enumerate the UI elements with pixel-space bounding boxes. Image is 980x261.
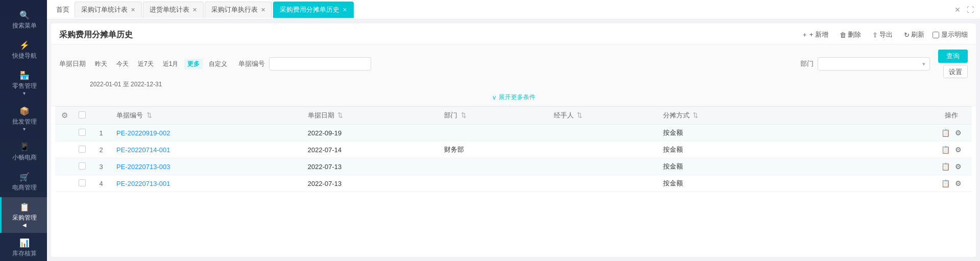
col-docno-header: 单据编号 ⇅ [111, 107, 303, 125]
row-more-btn[interactable]: ⚙ [953, 129, 963, 137]
row-docno: PE-20220919-002 [111, 125, 303, 141]
package-icon: 📦 [19, 106, 30, 116]
tab-purchase-cost[interactable]: 采购费用分摊单历史 ✕ [273, 2, 354, 18]
tab-home[interactable]: 首页 [52, 2, 74, 18]
sidebar-item-label: 批发管理 [12, 117, 37, 126]
row-docno: PE-20220713-003 [111, 158, 303, 175]
docno-filter-group: 单据编号 [238, 57, 371, 70]
shortcut-today[interactable]: 今天 [113, 59, 132, 69]
row-ops: 📋 ⚙ [931, 158, 972, 175]
tab-bar: 首页 采购订单统计表 ✕ 进货单统计表 ✕ 采购订单执行表 ✕ 采购费用分摊单历… [47, 0, 980, 19]
row-more-btn[interactable]: ⚙ [953, 179, 963, 187]
close-tab-action[interactable]: ✕ [953, 5, 962, 15]
filter-area: 单据日期 昨天 今天 近7天 近1月 更多 自定义 单据编号 [51, 44, 976, 106]
chevron-down-icon: ∨ [492, 94, 497, 101]
delete-button[interactable]: 🗑 删除 [837, 29, 864, 41]
row-more-btn[interactable]: ⚙ [953, 146, 963, 154]
row-index: 1 [91, 125, 111, 141]
expand-more-btn[interactable]: ∨ 展开更多条件 [59, 92, 968, 103]
select-all-checkbox[interactable] [79, 111, 86, 118]
tab-home-label: 首页 [56, 5, 69, 14]
date-sort-icon[interactable]: ⇅ [337, 111, 343, 119]
row-settings [55, 125, 74, 141]
page-area: 采购费用分摊单历史 ＋ + 新增 🗑 删除 ⇧ 导出 ↻ 刷新 [51, 23, 976, 257]
sidebar-item-ecom-mgr[interactable]: 🛒 电商管理 [0, 167, 47, 197]
toggle-columns-label[interactable]: 显示明细 [933, 30, 968, 39]
tab-purchase-cost-close[interactable]: ✕ [342, 7, 347, 13]
handler-sort-icon[interactable]: ⇅ [577, 111, 582, 119]
row-split-method: 按金额 [658, 141, 931, 158]
row-docno-link[interactable]: PE-20220713-003 [116, 163, 170, 171]
row-split-method: 按金额 [658, 158, 931, 175]
row-ops: 📋 ⚙ [931, 141, 972, 158]
sidebar-item-label: 快捷导航 [12, 52, 37, 60]
row-checkbox-cell [74, 141, 91, 158]
row-docno-link[interactable]: PE-20220714-001 [116, 146, 170, 154]
maximize-tab-action[interactable]: ⛶ [966, 5, 975, 15]
row-split-method: 按金额 [658, 175, 931, 192]
date-filter-group: 单据日期 昨天 今天 近7天 近1月 更多 自定义 [59, 59, 230, 69]
shortcut-custom[interactable]: 自定义 [206, 59, 230, 69]
row-docno-link[interactable]: PE-20220919-002 [116, 129, 170, 137]
row-edit-btn[interactable]: 📋 [940, 162, 951, 171]
sidebar-item-quick-nav[interactable]: ⚡ 快捷导航 [0, 35, 47, 65]
refresh-button[interactable]: ↻ 刷新 [901, 29, 927, 41]
page-header: 采购费用分摊单历史 ＋ + 新增 🗑 删除 ⇧ 导出 ↻ 刷新 [51, 23, 976, 44]
sidebar-item-search[interactable]: 🔍 搜索菜单 [0, 5, 47, 35]
shortcut-7days[interactable]: 近7天 [135, 59, 157, 69]
tab-purchase-stat-close[interactable]: ✕ [131, 7, 135, 13]
row-checkbox[interactable] [79, 162, 86, 170]
add-button[interactable]: ＋ + 新增 [798, 29, 831, 41]
row-settings [55, 141, 74, 158]
split-sort-icon[interactable]: ⇅ [693, 111, 698, 119]
tab-purchase-exec[interactable]: 采购订单执行表 ✕ [205, 2, 272, 18]
docno-input[interactable] [269, 57, 371, 70]
main-content: 首页 采购订单统计表 ✕ 进货单统计表 ✕ 采购订单执行表 ✕ 采购费用分摊单历… [47, 0, 980, 261]
tab-stock-stat-close[interactable]: ✕ [192, 7, 197, 13]
filter-row: 单据日期 昨天 今天 近7天 近1月 更多 自定义 单据编号 [59, 50, 968, 78]
dept-sort-icon[interactable]: ⇅ [461, 111, 467, 119]
row-checkbox[interactable] [79, 179, 86, 186]
chart-icon: 📊 [19, 238, 30, 248]
date-range-text: 2022-01-01 至 2022-12-31 [90, 80, 162, 89]
date-filter-label: 单据日期 [59, 59, 86, 68]
settings-button[interactable]: 设置 [943, 65, 968, 78]
tab-purchase-exec-label: 采购订单执行表 [211, 5, 258, 14]
sidebar-item-ecom-mini[interactable]: 📱 小畅电商 [0, 137, 47, 167]
row-checkbox[interactable] [79, 129, 86, 136]
sidebar-item-purchase[interactable]: 📋 采购管理 ◀ [0, 197, 47, 233]
tab-stock-stat[interactable]: 进货单统计表 ✕ [143, 2, 204, 18]
data-table: ⚙ 单据编号 ⇅ 单据日期 ⇅ [55, 106, 972, 192]
shortcut-more[interactable]: 更多 [184, 59, 203, 69]
row-more-btn[interactable]: ⚙ [953, 162, 963, 171]
query-button[interactable]: 查询 [938, 50, 968, 63]
toggle-columns-checkbox[interactable] [933, 32, 939, 38]
sidebar-item-label: 零售管理 [12, 82, 37, 90]
table-row: 3 PE-20220713-003 2022-07-13 按金额 📋 ⚙ [55, 158, 972, 175]
row-edit-btn[interactable]: 📋 [940, 146, 951, 154]
export-button[interactable]: ⇧ 导出 [869, 29, 896, 41]
sidebar: 🔍 搜索菜单 ⚡ 快捷导航 🏪 零售管理 ▾ 📦 批发管理 ▾ 📱 小畅电商 🛒… [0, 0, 47, 261]
sidebar-item-inventory[interactable]: 📊 库存核算 [0, 233, 47, 261]
tab-purchase-exec-close[interactable]: ✕ [261, 7, 265, 13]
row-handler [549, 125, 658, 141]
row-checkbox[interactable] [79, 146, 86, 153]
dept-select[interactable]: ▾ [818, 57, 930, 70]
sidebar-item-wholesale[interactable]: 📦 批发管理 ▾ [0, 101, 47, 137]
row-checkbox-cell [74, 125, 91, 141]
sidebar-item-retail[interactable]: 🏪 零售管理 ▾ [0, 65, 47, 101]
shortcut-yesterday[interactable]: 昨天 [92, 59, 110, 69]
row-index: 2 [91, 141, 111, 158]
tab-purchase-stat[interactable]: 采购订单统计表 ✕ [75, 2, 142, 18]
row-docno-link[interactable]: PE-20220713-001 [116, 180, 170, 187]
row-edit-btn[interactable]: 📋 [940, 129, 951, 137]
page-title: 采购费用分摊单历史 [59, 30, 133, 40]
sidebar-item-label: 搜索菜单 [12, 21, 37, 30]
shortcut-1month[interactable]: 近1月 [160, 59, 182, 69]
row-dept [439, 158, 548, 175]
docno-sort-icon[interactable]: ⇅ [146, 111, 152, 119]
col-settings-header: ⚙ [55, 107, 74, 125]
chevron-down-icon: ▾ [922, 61, 925, 67]
row-edit-btn[interactable]: 📋 [940, 179, 951, 187]
table-settings-icon[interactable]: ⚙ [61, 111, 68, 120]
